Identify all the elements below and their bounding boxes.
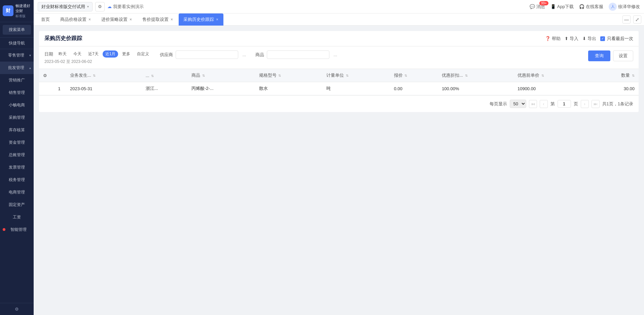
date-range-display: 2023-05-02 至 2023-06-02 (44, 59, 152, 65)
export-icon: ⬇ (582, 36, 586, 41)
export-label: 导出 (587, 36, 596, 42)
supplier-dots-button[interactable]: ... (241, 52, 247, 57)
sidebar-item-retail[interactable]: 零售管理 ▾ (0, 49, 34, 62)
logo-text-group: 畅捷通好业财 标准版 (15, 3, 31, 19)
tab-price-label: 商品价格设置 (60, 16, 86, 23)
logo-title: 畅捷通好业财 (15, 3, 31, 14)
settings-button[interactable]: 设置 (613, 50, 633, 61)
help-icon: ❓ (545, 36, 550, 41)
sidebar-item-ecommerce-mini[interactable]: 小畅电商 (0, 99, 34, 111)
tab-sale-extract-close[interactable]: × (171, 17, 173, 22)
first-page-button[interactable]: ⏮ (529, 100, 537, 108)
tab-purchase-strategy-close[interactable]: × (130, 17, 132, 22)
sidebar-item-finance[interactable]: 资金管理 (0, 136, 34, 149)
query-button[interactable]: 查询 (588, 50, 610, 61)
table-row: 1 2023-05-31 浙江... 丙烯酸-2-... 散水 吨 0.00 1… (39, 82, 639, 95)
sidebar-item-marketing[interactable]: 营销推广 (0, 74, 34, 86)
col-header-num (52, 69, 66, 82)
import-button[interactable]: ⬆ 导入 (565, 36, 578, 42)
date-option-more[interactable]: 更多 (119, 50, 133, 58)
sort-discount-icon: ⇅ (465, 74, 468, 77)
per-page-select[interactable]: 50 (510, 100, 526, 108)
row-unit-cell: 吨 (322, 82, 390, 95)
col-header-quantity[interactable]: 数量 ⇅ (591, 69, 639, 82)
sidebar-item-inventory[interactable]: 库存核算 (0, 124, 34, 136)
settings-gear-icon[interactable]: ⚙ (0, 303, 34, 315)
date-option-7days[interactable]: 近7天 (85, 50, 101, 58)
quick-nav-button[interactable]: 快捷导航 (0, 38, 34, 49)
sidebar-item-purchase[interactable]: 采购管理 (0, 111, 34, 124)
date-option-today[interactable]: 今天 (71, 50, 84, 58)
filter-product-group: 商品 ... (255, 50, 338, 59)
import-icon: ⬆ (565, 36, 568, 41)
page-number-input[interactable] (558, 100, 571, 108)
col-header-price[interactable]: 报价 ⇅ (390, 69, 438, 82)
row-product-cell: 丙烯酸-2-... (187, 82, 255, 95)
tab-home-label: 首页 (41, 16, 50, 23)
tab-sale-extract[interactable]: 售价提取设置 × (138, 13, 178, 26)
sidebar-item-tax[interactable]: 税务管理 (0, 174, 34, 186)
col-header-pre-discount-price[interactable]: 优惠前单价 ⇅ (513, 69, 591, 82)
topbar: 好业财标准版交付试用 ▾ ⚙ ☁ 我要看实例演示 💬 消息 99+ 📱 App下… (34, 0, 644, 13)
date-option-custom[interactable]: 自定义 (134, 50, 152, 58)
product-dots-button[interactable]: ... (332, 52, 338, 57)
sidebar-search-area[interactable]: 搜索菜单 (0, 22, 34, 38)
tab-purchase-strategy[interactable]: 进价策略设置 × (97, 13, 137, 26)
col-header-discount[interactable]: 优惠折扣... ⇅ (438, 69, 513, 82)
sidebar-item-assets[interactable]: 固定资产 (0, 199, 34, 211)
app-download-button[interactable]: 📱 App下载 (550, 4, 574, 10)
sort-product-icon: ⇅ (202, 74, 205, 77)
sidebar-item-ecommerce[interactable]: 电商管理 (0, 186, 34, 199)
tab-purchase-history[interactable]: 采购历史价跟踪 × (179, 13, 223, 26)
col-header-dots[interactable]: ... ⇅ (142, 69, 187, 82)
username-label: 徐泽华修改 (618, 4, 640, 10)
export-button[interactable]: ⬇ 导出 (582, 36, 596, 42)
next-page-button[interactable]: › (581, 100, 589, 108)
col-header-date[interactable]: 业务发生... ⇅ (66, 69, 142, 82)
version-selector[interactable]: 好业财标准版交付试用 ▾ (38, 2, 93, 11)
row-num-cell: 1 (52, 82, 66, 95)
tab-minimize-button[interactable]: — (622, 15, 631, 24)
date-options: 昨天 今天 近7天 近1月 更多 自定义 (56, 50, 152, 58)
sort-pre-discount-icon: ⇅ (541, 74, 544, 77)
demo-button[interactable]: ☁ 我要看实例演示 (107, 4, 144, 10)
prev-page-button[interactable]: ‹ (540, 100, 548, 108)
sidebar-item-sales[interactable]: 销售管理 (0, 86, 34, 99)
help-button[interactable]: ❓ 帮助 (545, 36, 561, 42)
tab-home[interactable]: 首页 (36, 13, 55, 26)
message-button[interactable]: 💬 消息 99+ (530, 4, 545, 10)
sidebar-item-ledger[interactable]: 总账管理 (0, 149, 34, 161)
sidebar-item-wholesale[interactable]: 批发管理 ▴ (0, 62, 34, 74)
col-header-product[interactable]: 商品 ⇅ (187, 69, 255, 82)
tab-price-close[interactable]: × (88, 17, 91, 22)
col-header-gear[interactable]: ⚙ (39, 69, 52, 82)
sidebar-item-smart[interactable]: 智能管理 (0, 223, 34, 236)
date-option-1month[interactable]: 近1月 (103, 50, 118, 58)
topbar-gear-button[interactable]: ⚙ (95, 2, 105, 11)
only-latest-checkbox-group[interactable]: ✓ 只看最后一次 (600, 36, 633, 42)
supplier-input[interactable] (176, 50, 238, 59)
tab-price[interactable]: 商品价格设置 × (56, 13, 96, 26)
date-option-yesterday[interactable]: 昨天 (56, 50, 69, 58)
headphone-icon: 🎧 (579, 4, 584, 9)
page-title: 采购历史价跟踪 (44, 35, 82, 42)
next-page-icon: › (584, 102, 585, 106)
prev-page-icon: ‹ (543, 102, 544, 106)
col-header-unit[interactable]: 计量单位 ⇅ (322, 69, 390, 82)
tab-purchase-history-close[interactable]: × (216, 17, 218, 22)
last-page-button[interactable]: ⏭ (592, 100, 600, 108)
user-menu-button[interactable]: 人 徐泽华修改 (609, 3, 640, 11)
sidebar-item-salary[interactable]: 工资 (0, 211, 34, 223)
table-area: ⚙ 业务发生... ⇅ ... ⇅ (39, 69, 639, 95)
filter-area: 日期 昨天 今天 近7天 近1月 更多 自定义 2023-05-02 至 202… (39, 46, 639, 69)
only-latest-checkbox[interactable]: ✓ (600, 36, 605, 41)
topbar-right: 💬 消息 99+ 📱 App下载 🎧 在线客服 人 徐泽华修改 (530, 3, 640, 11)
product-input[interactable] (267, 50, 329, 59)
col-header-spec[interactable]: 规格型号 ⇅ (255, 69, 323, 82)
search-menu-button[interactable]: 搜索菜单 (3, 25, 31, 35)
sidebar-item-invoice[interactable]: 发票管理 (0, 161, 34, 174)
tab-purchase-strategy-label: 进价策略设置 (101, 16, 128, 23)
tab-maximize-button[interactable]: ⤢ (633, 15, 641, 24)
online-service-button[interactable]: 🎧 在线客服 (579, 4, 603, 10)
per-page-label: 每页显示 (490, 101, 507, 107)
